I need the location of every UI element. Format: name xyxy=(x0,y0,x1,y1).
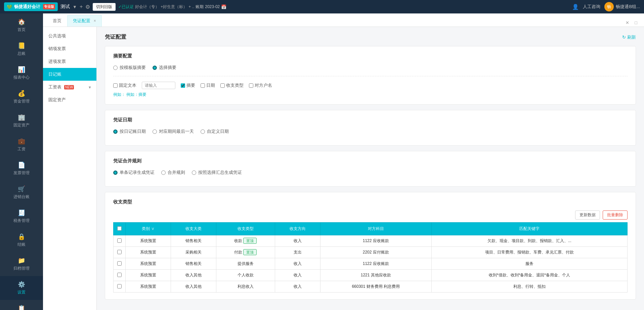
preset-tag-2[interactable]: 置顶 xyxy=(243,249,257,255)
td-category-3: 系统预置 xyxy=(126,258,171,270)
cb-counterparty[interactable]: 对方户名 xyxy=(249,82,272,88)
td-direction-5: 收入 xyxy=(275,281,320,293)
settings-icon[interactable]: ⚙ xyxy=(85,4,90,10)
cb-date-input[interactable] xyxy=(201,83,205,88)
radio-template[interactable]: 按模板版摘要 xyxy=(113,65,146,71)
radio-period-last[interactable]: 对应期间最后一天 xyxy=(153,128,194,134)
cb-fixed-text-input[interactable] xyxy=(113,83,118,88)
left-nav-payroll-label: 工资表 xyxy=(48,84,61,90)
tab-close-icon[interactable]: × xyxy=(94,18,96,23)
sidebar-item-invoice[interactable]: 📄 发票管理 xyxy=(0,157,43,181)
batch-delete-button[interactable]: 批量删除 xyxy=(603,210,628,220)
radio-custom-date-label: 自定义日期 xyxy=(207,128,229,134)
left-nav-fixed-assets[interactable]: 固定资产 xyxy=(43,93,96,106)
radio-single[interactable]: 单条记录生成凭证 xyxy=(113,169,155,176)
td-major-3: 销售相关 xyxy=(171,258,216,270)
table-toolbar: 更新数据 批量删除 xyxy=(113,210,628,220)
switch-version-button[interactable]: 切到旧版 xyxy=(93,3,116,11)
cb-pay-type[interactable]: 收支类型 xyxy=(220,82,244,88)
account-tag-1: 好会计（专） xyxy=(135,4,159,10)
cb-date-label: 日期 xyxy=(206,82,215,88)
sidebar-item-settings[interactable]: ⚙️ 设置 xyxy=(0,276,43,300)
td-account-5: 660301 财务费用 利息费用 xyxy=(320,281,431,293)
tab-home[interactable]: 首页 xyxy=(47,15,67,27)
sidebar-item-assets[interactable]: 🏢 固定资产 xyxy=(0,109,43,133)
row-checkbox-4[interactable] xyxy=(117,273,122,277)
radio-select-input[interactable] xyxy=(153,66,157,70)
cb-counterparty-input[interactable] xyxy=(249,83,253,88)
td-type-3: 提供服务 xyxy=(216,258,275,270)
fixed-text-input[interactable] xyxy=(142,82,175,89)
sidebar-item-home[interactable]: 🏠 首页 xyxy=(0,13,43,37)
content-area: 首页 凭证配置 × ✕ □ 公共选项 销项发票 进项发票 xyxy=(43,13,644,310)
left-nav: 公共选项 销项发票 进项发票 日记账 工资表 NEW ▾ xyxy=(43,27,97,310)
td-keywords-3: 服务 xyxy=(431,258,627,270)
chevron-down-icon: ▾ xyxy=(89,85,91,90)
update-data-button[interactable]: 更新数据 xyxy=(575,210,600,220)
window-close-icon[interactable]: ✕ xyxy=(623,19,632,27)
radio-select[interactable]: 选择摘要 xyxy=(153,65,176,71)
radio-select-total[interactable]: 按照选择汇总生成凭证 xyxy=(192,169,242,176)
sidebar-item-purchase[interactable]: 🛒 进销台账 xyxy=(0,181,43,204)
consult-icon: 👤 xyxy=(572,4,579,10)
sidebar-item-salary[interactable]: 💼 工资 xyxy=(0,133,43,157)
sidebar-item-funds[interactable]: 💰 资金管理 xyxy=(0,85,43,109)
row-checkbox-3[interactable] xyxy=(117,261,122,266)
sidebar-item-archive[interactable]: 📁 归档管理 xyxy=(0,252,43,276)
radio-period-last-label: 对应期间最后一天 xyxy=(159,128,194,134)
inner-layout: 公共选项 销项发票 进项发票 日记账 工资表 NEW ▾ xyxy=(43,27,644,310)
sidebar-item-tax[interactable]: 🧾 税务管理 xyxy=(0,204,43,228)
radio-merge[interactable]: 合并规则 xyxy=(161,169,185,176)
row-checkbox-1[interactable] xyxy=(117,238,122,243)
radio-period-last-input[interactable] xyxy=(153,129,157,134)
tab-voucher-config-label: 凭证配置 xyxy=(73,18,90,23)
radio-select-total-input[interactable] xyxy=(192,170,196,175)
sidebar-item-ledger[interactable]: 📒 总账 xyxy=(0,37,43,61)
radio-journal-date[interactable]: 按日记账日期 xyxy=(113,128,146,134)
refresh-button[interactable]: ↻ 刷新 xyxy=(622,34,636,40)
table-body: 系统预置 销售相关 收款 置顶 收入 1122 应收账款 欠款、现金、项目款、到… xyxy=(114,235,628,293)
settings-sidebar-icon: ⚙️ xyxy=(18,281,25,288)
add-icon[interactable]: + xyxy=(80,4,83,10)
th-category: 类别 ∨ xyxy=(126,223,171,235)
summary-config-title: 摘要配置 xyxy=(113,53,628,59)
sidebar-item-reports[interactable]: 📊 报表中心 xyxy=(0,61,43,85)
select-all-checkbox[interactable] xyxy=(117,226,122,231)
dropdown-arrow-icon[interactable]: ▼ xyxy=(73,4,77,9)
consult-label[interactable]: 人工咨询 xyxy=(583,4,600,10)
cb-pay-type-input[interactable] xyxy=(220,83,225,88)
left-nav-purchase-invoice[interactable]: 进项发票 xyxy=(43,55,96,68)
row-checkbox-2[interactable] xyxy=(117,250,122,254)
td-keywords-2: 项目、日常费用、报销款、车费、承兑汇票、付款 xyxy=(431,247,627,258)
sidebar-label-settings: 设置 xyxy=(17,289,26,295)
left-nav-public[interactable]: 公共选项 xyxy=(43,30,96,42)
cb-date[interactable]: 日期 xyxy=(201,82,215,88)
radio-single-input[interactable] xyxy=(113,170,118,175)
cb-summary-input[interactable] xyxy=(181,83,185,88)
radio-merge-input[interactable] xyxy=(161,170,166,175)
radio-custom-date-input[interactable] xyxy=(201,129,205,134)
row-checkbox-5[interactable] xyxy=(117,284,122,288)
radio-template-input[interactable] xyxy=(113,66,118,70)
sidebar-label-funds: 资金管理 xyxy=(13,99,30,104)
table-header: 类别 ∨ 收支大类 收支类型 收支方向 对方科目 匹配关键字 xyxy=(114,223,628,235)
sidebar-item-guide[interactable]: 📋 新手引导 xyxy=(0,300,43,310)
radio-custom-date[interactable]: 自定义日期 xyxy=(201,128,229,134)
cb-fixed-text[interactable]: 固定文本 xyxy=(113,82,136,88)
radio-journal-date-input[interactable] xyxy=(113,129,118,134)
sidebar-item-close[interactable]: 🔒 结账 xyxy=(0,228,43,252)
left-nav-journal[interactable]: 日记账 xyxy=(43,68,96,81)
window-maximize-icon[interactable]: □ xyxy=(632,19,640,27)
tax-icon: 🧾 xyxy=(18,209,25,217)
left-nav-sales-invoice[interactable]: 销项发票 xyxy=(43,42,96,55)
left-nav-payroll[interactable]: 工资表 NEW ▾ xyxy=(43,81,96,93)
tab-voucher-config[interactable]: 凭证配置 × xyxy=(67,15,102,27)
ledger-icon: 📒 xyxy=(18,42,25,49)
cb-summary[interactable]: 摘要 xyxy=(181,82,195,88)
user-area[interactable]: 畅 畅捷通B组... xyxy=(604,2,640,11)
preset-tag-1[interactable]: 置顶 xyxy=(243,238,257,244)
td-major-4: 收入其他 xyxy=(171,270,216,281)
assets-icon: 🏢 xyxy=(18,114,25,121)
calendar-icon[interactable]: 📅 xyxy=(221,4,226,9)
example-prefix: 例如： xyxy=(113,92,125,97)
